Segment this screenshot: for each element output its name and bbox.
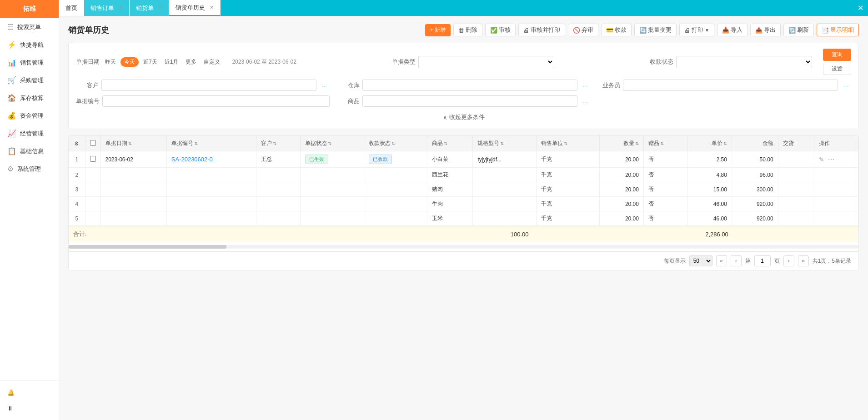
th-qty[interactable]: 数量⇅ bbox=[599, 136, 643, 151]
cell-row-num: 3 bbox=[69, 182, 85, 197]
sidebar-item-finance[interactable]: 💰 资金管理 bbox=[0, 107, 59, 125]
customer-input[interactable] bbox=[101, 80, 316, 91]
date-custom[interactable]: 自定义 bbox=[201, 57, 223, 67]
sidebar-item-basic-info[interactable]: 📋 基础信息 bbox=[0, 142, 59, 160]
sidebar-pause[interactable]: ⏸ bbox=[0, 400, 59, 416]
cell-doc-no[interactable] bbox=[166, 211, 256, 226]
goods-input[interactable] bbox=[362, 95, 577, 107]
sidebar-notification[interactable]: 🔔 bbox=[0, 385, 59, 400]
th-gift[interactable]: 赠品⇅ bbox=[643, 136, 687, 151]
tab-sales-order[interactable]: 销售订单 ✕ bbox=[84, 0, 130, 16]
page-input[interactable] bbox=[754, 255, 771, 266]
new-button[interactable]: + 新增 bbox=[425, 24, 451, 36]
th-doc-status[interactable]: 单据状态⇅ bbox=[301, 136, 364, 151]
system-icon: ⚙ bbox=[7, 165, 14, 173]
tab-sales-goods[interactable]: 销货单 ✕ bbox=[130, 0, 169, 16]
scrollbar-thumb[interactable] bbox=[69, 245, 226, 249]
th-unit[interactable]: 销售单位⇅ bbox=[536, 136, 599, 151]
cell-doc-no[interactable] bbox=[166, 168, 256, 182]
page-title: 销货单历史 bbox=[68, 25, 109, 35]
cell-doc-no[interactable] bbox=[166, 182, 256, 197]
collect-status-select[interactable] bbox=[676, 56, 812, 68]
page-first-btn[interactable]: « bbox=[716, 255, 727, 266]
page-prev-btn[interactable]: ‹ bbox=[731, 255, 742, 266]
warehouse-input[interactable] bbox=[362, 80, 577, 91]
date-1month[interactable]: 近1月 bbox=[162, 57, 181, 67]
sidebar-item-operations[interactable]: 📈 经营管理 bbox=[0, 125, 59, 142]
review-button[interactable]: ✅ 审核 bbox=[485, 24, 516, 36]
cell-checkbox[interactable] bbox=[85, 168, 100, 182]
date-more[interactable]: 更多 bbox=[183, 57, 199, 67]
type-select[interactable] bbox=[418, 56, 554, 68]
cell-doc-no[interactable] bbox=[166, 197, 256, 211]
date-7days[interactable]: 近7天 bbox=[140, 57, 160, 67]
refresh-button[interactable]: 🔃 刷新 bbox=[783, 24, 814, 36]
more-ops-icon[interactable]: ⋯ bbox=[828, 156, 834, 163]
cell-checkbox[interactable] bbox=[85, 182, 100, 197]
th-settings[interactable]: ⚙ bbox=[69, 136, 85, 151]
per-page-select[interactable]: 50 100 200 bbox=[689, 255, 712, 266]
sidebar-item-quick-nav[interactable]: ⚡ 快捷导航 bbox=[0, 36, 59, 54]
filter-row-1: 单据日期 昨天 今天 近7天 近1月 更多 自定义 2023-06-02 至 2… bbox=[76, 49, 851, 75]
display-details-button[interactable]: 📑 显示明细 bbox=[817, 24, 859, 36]
sidebar-item-label: 系统管理 bbox=[17, 165, 41, 173]
row-checkbox[interactable] bbox=[90, 156, 96, 162]
sidebar-item-sales-mgmt[interactable]: 📊 销售管理 bbox=[0, 54, 59, 71]
query-button[interactable]: 查询 bbox=[823, 49, 851, 61]
import-button[interactable]: 📥 导入 bbox=[717, 24, 748, 36]
batch-change-button[interactable]: 🔄 批量变更 bbox=[634, 24, 677, 36]
date-yesterday[interactable]: 昨天 bbox=[102, 57, 119, 67]
collect-button[interactable]: 💳 收款 bbox=[601, 24, 632, 36]
warehouse-dots[interactable]: ... bbox=[580, 81, 591, 90]
sidebar-item-system-mgmt[interactable]: ⚙ 系统管理 bbox=[0, 160, 59, 178]
page-next-btn[interactable]: › bbox=[783, 255, 794, 266]
cell-checkbox[interactable] bbox=[85, 151, 100, 168]
th-doc-date[interactable]: 单据日期⇅ bbox=[100, 136, 166, 151]
salesperson-input[interactable] bbox=[623, 80, 838, 91]
sidebar-item-search-menu[interactable]: ☰ 搜索菜单 bbox=[0, 18, 59, 36]
doc-no-input[interactable] bbox=[102, 95, 330, 107]
tab-sales-goods-close[interactable]: ✕ bbox=[158, 5, 162, 11]
th-unit-price[interactable]: 单价⇅ bbox=[687, 136, 732, 151]
export-button[interactable]: 📤 导出 bbox=[750, 24, 781, 36]
abandon-button[interactable]: 🚫 弃审 bbox=[568, 24, 598, 36]
th-doc-no[interactable]: 单据编号⇅ bbox=[166, 136, 256, 151]
tab-bar-close-all[interactable]: ✕ bbox=[858, 4, 868, 12]
table-scrollbar[interactable] bbox=[69, 245, 858, 249]
th-customer[interactable]: 客户⇅ bbox=[256, 136, 301, 151]
th-spec[interactable]: 规格型号⇅ bbox=[473, 136, 536, 151]
collapse-button[interactable]: ∧ 收起更多条件 bbox=[76, 111, 851, 123]
date-shortcuts: 昨天 今天 近7天 近1月 更多 自定义 bbox=[102, 57, 223, 67]
page-last-btn[interactable]: » bbox=[798, 255, 809, 266]
cell-checkbox[interactable] bbox=[85, 211, 100, 226]
sidebar-item-purchase-mgmt[interactable]: 🛒 采购管理 bbox=[0, 71, 59, 89]
salesperson-dots[interactable]: ... bbox=[841, 81, 851, 90]
settings-button[interactable]: 设置 bbox=[823, 63, 851, 75]
th-collect-status[interactable]: 收款状态⇅ bbox=[364, 136, 427, 151]
print-button[interactable]: 🖨 打印 ▼ bbox=[679, 24, 714, 36]
tab-sales-order-close[interactable]: ✕ bbox=[119, 5, 123, 11]
cell-qty: 20.00 bbox=[599, 197, 643, 211]
review-print-button[interactable]: 🖨 审核并打印 bbox=[518, 24, 565, 36]
tab-home[interactable]: 首页 bbox=[59, 0, 84, 16]
cell-collect-status bbox=[364, 168, 427, 182]
sidebar-item-inventory[interactable]: 🏠 库存核算 bbox=[0, 89, 59, 107]
date-today[interactable]: 今天 bbox=[120, 57, 139, 67]
tab-sales-history[interactable]: 销货单历史 ✕ bbox=[169, 0, 221, 16]
th-amount[interactable]: 金额 bbox=[732, 136, 778, 151]
cell-unit-price: 46.00 bbox=[687, 197, 732, 211]
th-transaction[interactable]: 交货 bbox=[778, 136, 814, 151]
quick-nav-icon: ⚡ bbox=[7, 40, 16, 49]
delete-button[interactable]: 🗑 删除 bbox=[453, 24, 482, 36]
cell-row-num: 5 bbox=[69, 211, 85, 226]
th-checkbox[interactable] bbox=[85, 136, 100, 151]
edit-icon[interactable]: ✎ bbox=[819, 156, 824, 163]
goods-dots[interactable]: ... bbox=[580, 97, 591, 105]
th-goods[interactable]: 商品⇅ bbox=[427, 136, 473, 151]
cell-doc-no[interactable]: SA-20230602-0 bbox=[166, 151, 256, 168]
customer-dots[interactable]: ... bbox=[319, 81, 330, 90]
cell-checkbox[interactable] bbox=[85, 197, 100, 211]
cell-collect-status bbox=[364, 211, 427, 226]
tab-sales-history-close[interactable]: ✕ bbox=[210, 5, 214, 10]
select-all-checkbox[interactable] bbox=[90, 140, 96, 146]
